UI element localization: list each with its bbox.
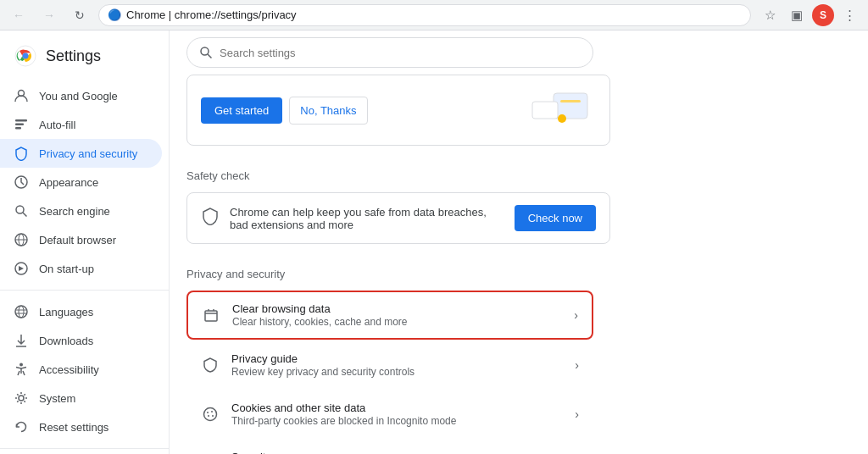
on-startup-icon xyxy=(14,261,29,276)
promo-buttons: Get started No, Thanks xyxy=(201,97,368,125)
search-icon xyxy=(199,46,213,59)
settings-item-security[interactable]: Security Safe Browsing (protection from … xyxy=(186,440,593,454)
svg-rect-26 xyxy=(554,93,587,119)
reload-button[interactable]: ↻ xyxy=(68,3,92,27)
search-box[interactable] xyxy=(186,37,593,68)
safety-check-section-title: Safety check xyxy=(186,163,851,189)
sidebar-settings-title: Settings xyxy=(46,47,101,65)
sidebar-item-default-browser[interactable]: Default browser xyxy=(0,225,162,254)
sidebar-item-search-engine[interactable]: Search engine xyxy=(0,197,162,225)
profile-window-button[interactable]: ▣ xyxy=(785,3,809,27)
sidebar-item-you-google[interactable]: You and Google xyxy=(0,81,162,110)
sidebar-label-appearance: Appearance xyxy=(39,176,98,189)
privacy-guide-arrow-icon: › xyxy=(575,358,579,372)
clear-browsing-title: Clear browsing data xyxy=(232,302,562,315)
svg-point-38 xyxy=(212,415,214,417)
sidebar-label-system: System xyxy=(39,392,75,405)
back-button[interactable]: ← xyxy=(7,3,31,27)
search-input[interactable] xyxy=(220,47,581,59)
sidebar-item-downloads[interactable]: Downloads xyxy=(0,326,162,355)
get-started-button[interactable]: Get started xyxy=(201,97,282,124)
svg-point-29 xyxy=(558,114,566,123)
clear-browsing-icon xyxy=(202,306,220,324)
menu-button[interactable]: ⋮ xyxy=(837,3,861,27)
sidebar-label-reset-settings: Reset settings xyxy=(39,421,108,434)
sidebar-divider-1 xyxy=(0,290,169,291)
sidebar-item-appearance[interactable]: Appearance xyxy=(0,168,162,197)
main-content: Get started No, Thanks Safety check Chro… xyxy=(170,30,868,454)
sidebar-label-search-engine: Search engine xyxy=(39,205,110,218)
svg-point-14 xyxy=(19,306,24,318)
sidebar-label-privacy-security: Privacy and security xyxy=(39,147,137,160)
no-thanks-button[interactable]: No, Thanks xyxy=(289,97,367,125)
cookies-text: Cookies and other site data Third-party … xyxy=(231,401,563,427)
reset-settings-icon xyxy=(14,419,29,435)
security-title: Security xyxy=(231,451,563,454)
sidebar-label-default-browser: Default browser xyxy=(39,234,116,246)
sidebar-label-downloads: Downloads xyxy=(39,335,93,347)
clear-browsing-text: Clear browsing data Clear history, cooki… xyxy=(232,302,562,328)
promo-image xyxy=(528,89,596,131)
you-google-icon xyxy=(14,88,29,103)
autofill-icon xyxy=(14,117,29,132)
svg-point-7 xyxy=(16,206,24,213)
privacy-guide-desc: Review key privacy and security controls xyxy=(231,366,563,378)
svg-rect-28 xyxy=(560,100,581,102)
settings-item-privacy-guide[interactable]: Privacy guide Review key privacy and sec… xyxy=(186,341,593,389)
system-icon xyxy=(14,390,29,406)
appearance-icon xyxy=(14,174,29,190)
settings-list: Clear browsing data Clear history, cooki… xyxy=(186,291,593,454)
svg-point-34 xyxy=(204,408,217,421)
clear-browsing-arrow-icon: › xyxy=(574,308,578,322)
cookies-arrow-icon: › xyxy=(575,407,579,421)
svg-rect-30 xyxy=(205,311,217,321)
content-search-bar xyxy=(186,30,851,75)
forward-button[interactable]: → xyxy=(37,3,61,27)
sidebar-label-you-google: You and Google xyxy=(39,90,118,102)
safety-check-description: Chrome can help keep you safe from data … xyxy=(230,206,504,231)
sidebar-item-reset-settings[interactable]: Reset settings xyxy=(0,412,162,441)
privacy-guide-text: Privacy guide Review key privacy and sec… xyxy=(231,352,563,378)
cookies-desc: Third-party cookies are blocked in Incog… xyxy=(231,415,563,427)
default-browser-icon xyxy=(14,232,29,247)
cookies-icon xyxy=(201,405,220,424)
cookies-title: Cookies and other site data xyxy=(231,401,563,414)
svg-point-13 xyxy=(15,306,27,318)
svg-point-1 xyxy=(23,53,29,59)
settings-item-clear-browsing[interactable]: Clear browsing data Clear history, cooki… xyxy=(186,291,593,340)
profile-avatar[interactable]: S xyxy=(812,4,834,26)
main-layout: Settings You and Google Auto-fill Privac… xyxy=(0,30,868,454)
downloads-icon xyxy=(14,333,29,348)
sidebar-logo: Settings xyxy=(0,37,169,81)
sidebar-label-autofill: Auto-fill xyxy=(39,119,75,131)
svg-rect-3 xyxy=(15,119,27,122)
sidebar-item-languages[interactable]: Languages xyxy=(0,297,162,326)
bookmark-button[interactable]: ☆ xyxy=(758,3,782,27)
svg-point-18 xyxy=(19,363,23,367)
sidebar-item-privacy-security[interactable]: Privacy and security xyxy=(0,139,162,168)
svg-point-37 xyxy=(208,415,209,417)
site-favicon-icon: 🔵 xyxy=(108,8,121,21)
sidebar-label-languages: Languages xyxy=(39,306,93,318)
privacy-section-title: Privacy and security xyxy=(186,261,851,287)
svg-point-24 xyxy=(201,47,209,55)
sidebar-label-on-startup: On start-up xyxy=(39,263,94,275)
privacy-guide-icon xyxy=(201,356,220,374)
settings-item-cookies[interactable]: Cookies and other site data Third-party … xyxy=(186,390,593,438)
svg-line-8 xyxy=(23,213,27,217)
address-bar[interactable]: 🔵 Chrome | chrome://settings/privacy xyxy=(98,4,751,26)
sidebar-item-autofill[interactable]: Auto-fill xyxy=(0,110,162,139)
sidebar-label-accessibility: Accessibility xyxy=(39,363,99,376)
top-bar: ← → ↻ 🔵 Chrome | chrome://settings/priva… xyxy=(0,0,868,30)
privacy-security-icon xyxy=(14,146,29,161)
privacy-guide-title: Privacy guide xyxy=(231,352,563,365)
sidebar-item-accessibility[interactable]: Accessibility xyxy=(0,355,162,384)
check-now-button[interactable]: Check now xyxy=(515,205,596,231)
sidebar-item-system[interactable]: System xyxy=(0,384,162,412)
accessibility-icon xyxy=(14,362,29,377)
svg-point-36 xyxy=(211,411,213,412)
svg-line-25 xyxy=(208,54,212,58)
svg-point-19 xyxy=(19,396,24,401)
sidebar-item-on-startup[interactable]: On start-up xyxy=(0,254,162,283)
svg-rect-5 xyxy=(15,127,21,130)
